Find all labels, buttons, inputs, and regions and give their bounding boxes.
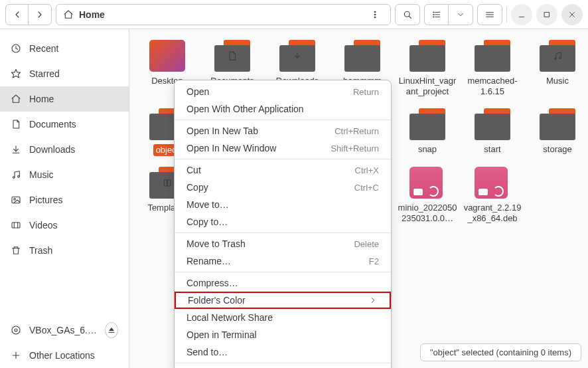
file-label: storage xyxy=(543,144,571,155)
svg-rect-15 xyxy=(545,12,550,17)
svg-point-0 xyxy=(374,11,376,12)
ctx-network-share[interactable]: Local Network Share xyxy=(175,309,391,326)
sidebar-item-downloads[interactable]: Downloads xyxy=(0,137,129,162)
folder-icon xyxy=(214,40,250,72)
chevron-right-icon xyxy=(368,296,378,305)
file-label: memcached-1.6.15 xyxy=(462,76,523,98)
ctx-star[interactable]: Star xyxy=(175,365,391,368)
path-menu-button[interactable] xyxy=(366,4,384,25)
close-button[interactable] xyxy=(561,4,583,25)
minimize-button[interactable] xyxy=(511,4,532,25)
svg-point-22 xyxy=(13,177,15,179)
path-location: Home xyxy=(79,9,105,20)
ctx-open-new-tab[interactable]: Open In New TabCtrl+Return xyxy=(175,122,391,139)
svg-rect-24 xyxy=(12,197,20,203)
file-item[interactable]: storage xyxy=(525,108,588,156)
ctx-copy[interactable]: CopyCtrl+C xyxy=(175,179,391,196)
ctx-send-to[interactable]: Send to… xyxy=(175,343,391,361)
ctx-move-to-trash[interactable]: Move to TrashDelete xyxy=(175,235,391,252)
nav-buttons xyxy=(5,4,52,25)
path-bar[interactable]: Home xyxy=(56,4,391,25)
sidebar-item-starred[interactable]: Starred xyxy=(0,61,129,86)
svg-point-1 xyxy=(374,14,376,15)
file-label: LinuxHint_vagrant_project xyxy=(397,76,458,98)
status-bar: "object" selected (containing 0 items) xyxy=(420,343,581,361)
file-item[interactable]: vagrant_2.2.19_x86_64.deb xyxy=(460,167,525,225)
svg-rect-26 xyxy=(12,223,20,228)
file-label: start xyxy=(484,144,500,155)
context-menu: OpenReturn Open With Other Application O… xyxy=(174,80,392,368)
folder-icon xyxy=(279,40,315,72)
folder-icon xyxy=(540,108,575,140)
view-switch xyxy=(424,4,473,25)
sidebar-item-other-locations[interactable]: Other Locations xyxy=(0,343,129,368)
back-button[interactable] xyxy=(6,4,29,25)
eject-button[interactable] xyxy=(105,322,118,338)
maximize-button[interactable] xyxy=(536,4,557,25)
file-item[interactable]: LinuxHint_vagrant_project xyxy=(395,40,460,98)
svg-point-36 xyxy=(554,58,556,60)
hamburger-button[interactable] xyxy=(477,4,502,25)
file-item[interactable]: minio_2022050235031.0.0… xyxy=(395,167,460,225)
folder-icon xyxy=(540,40,575,72)
svg-point-29 xyxy=(12,326,20,334)
toolbar: Home xyxy=(0,0,588,29)
file-item[interactable]: snap xyxy=(395,108,460,156)
folder-icon xyxy=(475,167,510,199)
folder-icon xyxy=(344,40,380,72)
ctx-copy-to[interactable]: Copy to… xyxy=(175,213,391,230)
file-label: Music xyxy=(546,76,569,86)
svg-rect-39 xyxy=(168,179,171,185)
ctx-open[interactable]: OpenReturn xyxy=(175,83,391,100)
sidebar-item-home[interactable]: Home xyxy=(0,86,129,112)
folder-icon xyxy=(409,108,445,140)
sidebar-item-pictures[interactable]: Pictures xyxy=(0,187,129,213)
sidebar-item-media[interactable]: VBox_GAs_6.… xyxy=(0,318,129,343)
folder-icon xyxy=(475,40,510,72)
svg-point-37 xyxy=(559,57,561,59)
svg-point-25 xyxy=(14,198,16,200)
ctx-rename[interactable]: Rename…F2 xyxy=(175,252,391,270)
ctx-move-to[interactable]: Move to… xyxy=(175,196,391,213)
folder-icon xyxy=(409,40,445,72)
view-options-button[interactable] xyxy=(449,4,473,25)
ctx-open-with[interactable]: Open With Other Application xyxy=(175,100,391,118)
file-item[interactable]: Music xyxy=(525,40,588,98)
folder-icon xyxy=(409,167,445,199)
sidebar-item-documents[interactable]: Documents xyxy=(0,112,129,137)
file-item[interactable]: memcached-1.6.15 xyxy=(460,40,525,98)
ctx-open-terminal[interactable]: Open in Terminal xyxy=(175,326,391,343)
file-item[interactable]: start xyxy=(460,108,525,156)
folder-icon xyxy=(149,40,185,72)
file-label: vagrant_2.2.19_x86_64.deb xyxy=(462,203,523,225)
view-list-button[interactable] xyxy=(425,4,449,25)
svg-line-4 xyxy=(409,16,411,18)
ctx-open-new-window[interactable]: Open In New WindowShift+Return xyxy=(175,139,391,157)
sidebar-item-music[interactable]: Music xyxy=(0,162,129,187)
svg-point-10 xyxy=(433,16,433,17)
svg-point-9 xyxy=(433,14,433,15)
svg-marker-19 xyxy=(11,69,20,78)
svg-point-2 xyxy=(374,17,376,18)
ctx-compress[interactable]: Compress… xyxy=(175,274,391,292)
svg-point-30 xyxy=(15,329,17,331)
sidebar-item-videos[interactable]: Videos xyxy=(0,213,129,238)
forward-button[interactable] xyxy=(29,4,51,25)
svg-point-23 xyxy=(18,175,20,177)
folder-icon xyxy=(475,108,510,140)
sidebar: Recent Starred Home Documents Downloads … xyxy=(0,29,129,368)
home-icon xyxy=(63,9,74,20)
file-label: snap xyxy=(418,144,437,155)
svg-marker-31 xyxy=(109,327,114,331)
svg-point-8 xyxy=(433,11,433,12)
ctx-cut[interactable]: CutCtrl+X xyxy=(175,161,391,179)
sidebar-item-trash[interactable]: Trash xyxy=(0,238,129,263)
sidebar-item-recent[interactable]: Recent xyxy=(0,36,129,61)
svg-rect-38 xyxy=(164,179,167,185)
file-label: minio_2022050235031.0.0… xyxy=(397,203,458,225)
ctx-folder-color[interactable]: Folder's Color xyxy=(175,292,391,309)
search-button[interactable] xyxy=(395,4,420,25)
